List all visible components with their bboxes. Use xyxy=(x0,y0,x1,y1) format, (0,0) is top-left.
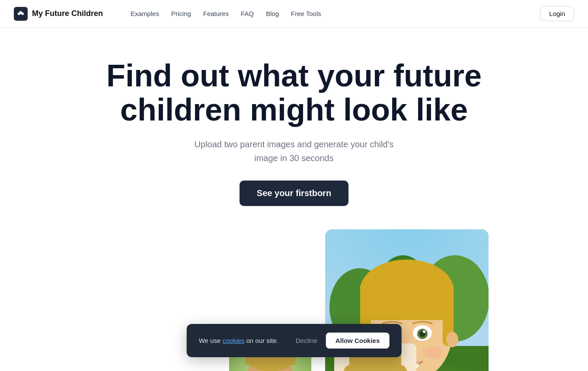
svg-point-2 xyxy=(22,13,24,15)
nav-faq[interactable]: FAQ xyxy=(241,10,254,17)
svg-point-41 xyxy=(446,332,458,347)
hero-subtext: Upload two parent images and generate yo… xyxy=(182,137,406,165)
allow-cookies-button[interactable]: Allow Cookies xyxy=(326,333,390,349)
cta-button[interactable]: See your firstborn xyxy=(240,181,348,206)
svg-point-49 xyxy=(423,330,425,333)
equals-operator: = xyxy=(423,369,432,371)
hero-section: Find out what your future children might… xyxy=(0,28,588,227)
cookie-link[interactable]: cookies xyxy=(222,337,244,344)
login-button[interactable]: Login xyxy=(540,6,574,21)
decline-button[interactable]: Decline xyxy=(292,333,321,349)
cookie-banner: We use cookies on our site. Decline Allo… xyxy=(187,324,402,357)
cookie-text: We use cookies on our site. xyxy=(199,337,278,344)
nav-free-tools[interactable]: Free Tools xyxy=(291,10,321,17)
logo-icon xyxy=(14,7,28,21)
nav-links: Examples Pricing Features FAQ Blog Free … xyxy=(117,0,335,28)
navigation: My Future Children Examples Pricing Feat… xyxy=(0,0,588,28)
logo[interactable]: My Future Children xyxy=(14,7,103,21)
svg-point-1 xyxy=(18,13,20,15)
nav-pricing[interactable]: Pricing xyxy=(171,10,191,17)
nav-features[interactable]: Features xyxy=(203,10,229,17)
svg-rect-37 xyxy=(360,285,454,320)
plus-operator: + xyxy=(318,369,327,371)
brand-name: My Future Children xyxy=(32,9,103,18)
nav-examples[interactable]: Examples xyxy=(131,10,159,17)
hero-headline: Find out what your future children might… xyxy=(99,59,489,127)
nav-blog[interactable]: Blog xyxy=(266,10,279,17)
cookie-actions: Decline Allow Cookies xyxy=(292,333,390,349)
